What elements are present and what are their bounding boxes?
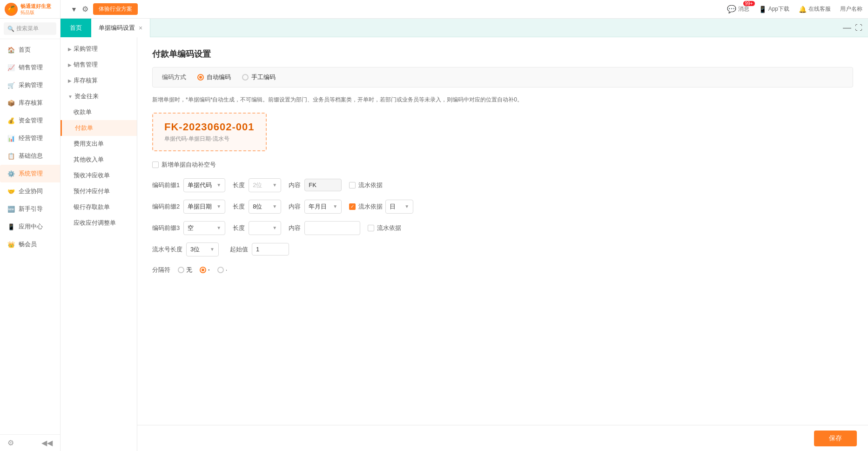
stream2-checkbox[interactable]: ✓	[349, 203, 356, 210]
start-value-label: 起始值	[230, 245, 248, 254]
sub-item-bank[interactable]: 银行存取款单	[61, 199, 137, 215]
guide-icon: 🆕	[7, 206, 15, 213]
sidebar-item-finance[interactable]: 💰 资金管理	[0, 112, 60, 129]
app-download-label: App下载	[768, 5, 789, 13]
separator-dot2-radio[interactable]: ·	[217, 266, 228, 273]
industry-btn[interactable]: 体验行业方案	[93, 3, 138, 15]
sidebar: 🔍 搜索菜单 🏠 首页 📈 销售管理 🛒 采购管理 📦	[0, 19, 61, 451]
sub-item-expense[interactable]: 费用支出单	[61, 136, 137, 152]
time-unit-select[interactable]: 日 ▼	[385, 200, 413, 214]
maximize-icon[interactable]: ⛶	[855, 24, 862, 32]
online-service-btn[interactable]: 🔔 在线客服	[799, 5, 831, 13]
prefix3-select[interactable]: 空 ▼	[183, 221, 225, 235]
sidebar-search[interactable]: 🔍 搜索菜单	[0, 19, 60, 39]
message-label: 消息	[738, 5, 749, 13]
sidebar-nav: 🏠 首页 📈 销售管理 🛒 采购管理 📦 库存核算 💰 资金管理	[0, 39, 60, 434]
example-code: FK-20230602-001	[164, 121, 255, 133]
info-text: 新增单据时，*单据编码*自动生成，不可编辑。前缀设置为部门、业务员等档案类，开单…	[152, 95, 853, 105]
start-value-input[interactable]: 1	[252, 243, 289, 256]
serial-length-select[interactable]: 3位 ▼	[186, 242, 219, 256]
sidebar-item-system[interactable]: ⚙️ 系统管理	[0, 165, 60, 182]
length3-select[interactable]: ▼	[249, 221, 281, 235]
inventory-icon: 📦	[7, 100, 15, 107]
encode-row-3: 编码前缀3 空 ▼ 长度 ▼	[152, 221, 853, 235]
footer-settings-icon[interactable]: ⚙	[7, 438, 14, 447]
sub-group-finance[interactable]: ▼ 资金往来	[61, 88, 137, 104]
sidebar-item-sales[interactable]: 📈 销售管理	[0, 59, 60, 76]
sidebar-item-operation[interactable]: 📊 经营管理	[0, 129, 60, 147]
tab-active[interactable]: 单据编码设置 ×	[91, 19, 150, 37]
purchase-icon: 🛒	[7, 82, 15, 89]
logo-icon: 🍊	[5, 3, 18, 16]
home-icon: 🏠	[7, 47, 15, 54]
page-title: 付款单编码设置	[152, 48, 853, 60]
minimize-icon[interactable]: —	[843, 23, 851, 33]
logo-text: 畅通道好生意 拓品版	[20, 3, 51, 15]
chevron-right-icon: ▶	[68, 47, 72, 52]
sub-item-payment[interactable]: 付款单	[61, 120, 137, 136]
sidebar-item-guide[interactable]: 🆕 新手引导	[0, 200, 60, 218]
sidebar-item-coop[interactable]: 🤝 企业协同	[0, 182, 60, 200]
sub-item-receipt[interactable]: 收款单	[61, 104, 137, 120]
sidebar-item-home[interactable]: 🏠 首页	[0, 41, 60, 59]
separator-label: 分隔符	[152, 266, 170, 274]
content2-select[interactable]: 年月日 ▼	[304, 200, 342, 214]
sidebar-item-basic[interactable]: 📋 基础信息	[0, 147, 60, 165]
content1-input: FK	[304, 179, 342, 191]
message-icon: 💬	[727, 5, 736, 13]
prefix2-select[interactable]: 单据日期 ▼	[183, 200, 225, 214]
basic-icon: 📋	[7, 153, 15, 160]
search-label: 搜索菜单	[16, 25, 39, 33]
sidebar-item-purchase[interactable]: 🛒 采购管理	[0, 76, 60, 94]
save-button[interactable]: 保存	[814, 431, 857, 446]
prefix2-label: 编码前缀2	[152, 202, 180, 211]
top-bar-dropdown[interactable]: ▼	[71, 6, 77, 13]
sidebar-footer: ⚙ ◀◀	[0, 434, 60, 451]
sub-item-pre-paid[interactable]: 预付冲应付单	[61, 183, 137, 199]
sub-item-pre-received[interactable]: 预收冲应收单	[61, 168, 137, 183]
separator-dot-radio[interactable]: ·	[200, 266, 210, 273]
sub-group-purchase[interactable]: ▶ 采购管理	[61, 41, 137, 57]
sidebar-item-apps[interactable]: 📱 应用中心	[0, 218, 60, 236]
manual-encode-label: 手工编码	[251, 73, 276, 81]
stream3-checkbox[interactable]	[368, 225, 374, 231]
auto-encode-radio[interactable]: 自动编码	[197, 73, 231, 81]
coop-icon: 🤝	[7, 188, 15, 195]
sub-item-adjustment[interactable]: 应收应付调整单	[61, 215, 137, 231]
length1-select[interactable]: 2位 ▼	[249, 178, 281, 192]
app-download-btn[interactable]: 📱 App下载	[759, 5, 789, 13]
tab-home[interactable]: 首页	[61, 19, 91, 37]
content1-label: 内容	[289, 181, 301, 189]
prefix3-label: 编码前缀3	[152, 224, 180, 232]
sidebar-item-member[interactable]: 👑 畅会员	[0, 236, 60, 253]
content3-label: 内容	[289, 224, 301, 232]
length2-select[interactable]: 8位 ▼	[249, 200, 281, 214]
auto-fill-checkbox[interactable]	[152, 162, 159, 168]
stream1-checkbox[interactable]	[349, 182, 356, 188]
bottom-bar: 保存	[137, 425, 868, 451]
tab-close-icon[interactable]: ×	[139, 24, 142, 32]
manual-encode-radio[interactable]: 手工编码	[242, 73, 276, 81]
sales-icon: 📈	[7, 64, 15, 71]
user-name[interactable]: 用户名称	[840, 5, 862, 13]
tab-bar: 首页 单据编码设置 × — ⛶	[61, 19, 868, 37]
finance-icon: 💰	[7, 117, 15, 124]
chevron-right-icon3: ▶	[68, 78, 72, 83]
settings-icon[interactable]: ⚙	[82, 5, 88, 13]
form-area: 付款单编码设置 编码方式 自动编码	[137, 37, 868, 425]
separator-row: 分隔符 无 ·	[152, 266, 853, 274]
search-icon: 🔍	[7, 26, 14, 32]
stream1-label: 流水依据	[358, 181, 383, 189]
sub-group-sales[interactable]: ▶ 销售管理	[61, 57, 137, 73]
download-icon: 📱	[759, 6, 767, 13]
sub-group-inventory[interactable]: ▶ 库存核算	[61, 73, 137, 88]
sub-item-other-income[interactable]: 其他收入单	[61, 152, 137, 168]
content2-label: 内容	[289, 202, 301, 211]
chevron-right-icon2: ▶	[68, 62, 72, 67]
footer-collapse-icon[interactable]: ◀◀	[41, 438, 53, 447]
sidebar-item-inventory[interactable]: 📦 库存核算	[0, 94, 60, 112]
message-badge: 99+	[743, 1, 755, 6]
message-btn[interactable]: 💬 消息 99+	[727, 5, 749, 13]
prefix1-select[interactable]: 单据代码 ▼	[183, 178, 225, 192]
separator-none-radio[interactable]: 无	[178, 266, 192, 274]
